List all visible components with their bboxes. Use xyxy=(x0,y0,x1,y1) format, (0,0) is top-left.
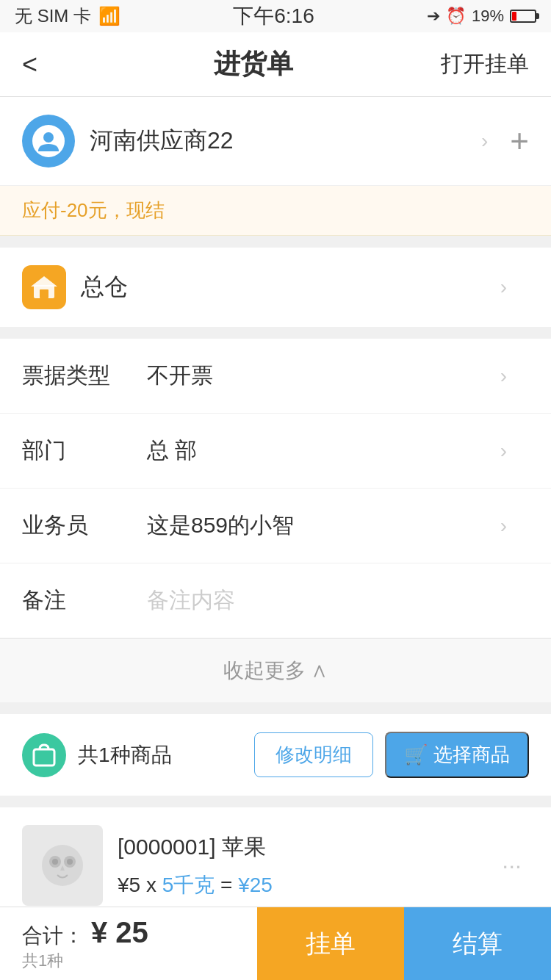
status-right: ➔ ⏰ 19% xyxy=(427,7,536,26)
bottom-bar: 合计： ¥ 25 共1种 挂单 结算 xyxy=(0,907,551,980)
total-price: ¥25 xyxy=(238,873,273,896)
status-left: 无 SIM 卡 📶 xyxy=(15,4,120,28)
supplier-notice: 应付-20元，现结 xyxy=(0,186,551,236)
warehouse-icon xyxy=(22,265,66,309)
remark-row[interactable]: 备注 备注内容 xyxy=(0,563,551,638)
status-time: 下午6:16 xyxy=(233,2,314,30)
warehouse-card[interactable]: 总仓 › xyxy=(0,248,551,327)
svg-rect-3 xyxy=(40,289,48,298)
dept-row[interactable]: 部门 总 部 › xyxy=(0,414,551,489)
warehouse-row[interactable]: 总仓 › xyxy=(0,248,551,327)
shopping-bag-icon xyxy=(31,742,57,768)
staff-chevron-icon: › xyxy=(500,514,507,538)
price-multiply: x xyxy=(146,873,162,896)
svg-point-8 xyxy=(52,859,58,865)
total-row: 合计： ¥ 25 xyxy=(22,916,235,950)
select-product-label: 选择商品 xyxy=(433,742,510,768)
supplier-row[interactable]: 河南供应商22 › + xyxy=(0,97,551,186)
modify-detail-button[interactable]: 修改明细 xyxy=(254,732,373,777)
battery-fill xyxy=(512,12,516,21)
invoice-chevron-icon: › xyxy=(500,364,507,388)
person-icon xyxy=(35,128,62,154)
product-code: [0000001] xyxy=(118,835,215,859)
product-thumbnail xyxy=(22,825,103,906)
products-icon xyxy=(22,733,66,777)
product-price: ¥5 x 5千克 = ¥25 xyxy=(118,871,480,899)
main-content: 河南供应商22 › + 应付-20元，现结 总仓 › 票据类型 不开票 › xyxy=(0,97,551,980)
price-value: ¥5 xyxy=(118,873,140,896)
dept-value: 总 部 xyxy=(125,436,500,466)
pending-button[interactable]: 挂单 xyxy=(257,907,404,980)
alarm-icon: ⏰ xyxy=(446,7,466,26)
dept-chevron-icon: › xyxy=(500,439,507,463)
collapse-row[interactable]: 收起更多 ∧ xyxy=(0,638,551,702)
product-more-button[interactable]: ··· xyxy=(494,845,529,887)
house-icon xyxy=(30,273,58,301)
page-title: 进货单 xyxy=(214,46,293,82)
product-title: 苹果 xyxy=(222,835,266,859)
dept-label: 部门 xyxy=(22,436,125,466)
svg-marker-2 xyxy=(31,276,57,287)
add-button[interactable]: + xyxy=(510,123,529,159)
location-icon: ➔ xyxy=(427,7,440,26)
total-section: 合计： ¥ 25 共1种 xyxy=(0,907,257,980)
products-count: 共1种商品 xyxy=(78,741,242,769)
checkout-button[interactable]: 结算 xyxy=(404,907,551,980)
back-button[interactable]: < xyxy=(22,49,66,80)
svg-point-9 xyxy=(67,859,73,865)
staff-row[interactable]: 业务员 这是859的小智 › xyxy=(0,489,551,563)
warehouse-name: 总仓 xyxy=(81,271,500,303)
carrier-text: 无 SIM 卡 xyxy=(15,4,91,28)
product-info: [0000001] 苹果 ¥5 x 5千克 = ¥25 xyxy=(118,832,480,899)
collapse-label: 收起更多 ∧ xyxy=(223,659,328,682)
owl-icon xyxy=(37,840,88,891)
supplier-avatar xyxy=(22,115,75,167)
product-thumb-icon xyxy=(33,836,92,895)
product-name: [0000001] 苹果 xyxy=(118,832,480,862)
wifi-icon: 📶 xyxy=(98,6,120,26)
warehouse-chevron-icon: › xyxy=(500,275,507,299)
total-count: 共1种 xyxy=(22,950,235,972)
svg-rect-4 xyxy=(34,749,54,765)
svg-point-0 xyxy=(43,132,54,143)
remark-label: 备注 xyxy=(22,586,125,616)
remark-input[interactable]: 备注内容 xyxy=(125,586,529,616)
price-equals: = xyxy=(220,873,238,896)
select-product-button[interactable]: 🛒 选择商品 xyxy=(385,732,529,778)
nav-bar: < 进货单 打开挂单 xyxy=(0,32,551,97)
invoice-type-value: 不开票 xyxy=(125,361,500,391)
supplier-card: 河南供应商22 › + 应付-20元，现结 xyxy=(0,97,551,236)
form-card: 票据类型 不开票 › 部门 总 部 › 业务员 这是859的小智 › 备注 备注… xyxy=(0,339,551,702)
quantity-value: 5千克 xyxy=(162,873,215,896)
supplier-chevron-icon: › xyxy=(481,129,488,153)
invoice-type-row[interactable]: 票据类型 不开票 › xyxy=(0,339,551,414)
staff-value: 这是859的小智 xyxy=(125,511,500,541)
total-label: 合计： xyxy=(22,922,84,950)
battery-icon xyxy=(510,10,536,23)
total-amount: ¥ 25 xyxy=(91,916,148,949)
battery-percent: 19% xyxy=(472,7,504,26)
supplier-name: 河南供应商22 xyxy=(90,125,481,157)
invoice-type-label: 票据类型 xyxy=(22,361,125,391)
open-pending-button[interactable]: 打开挂单 xyxy=(441,49,529,79)
products-header: 共1种商品 修改明细 🛒 选择商品 xyxy=(0,714,551,796)
status-bar: 无 SIM 卡 📶 下午6:16 ➔ ⏰ 19% xyxy=(0,0,551,32)
products-section: 共1种商品 修改明细 🛒 选择商品 xyxy=(0,714,551,796)
supplier-avatar-icon xyxy=(32,125,65,157)
select-product-icon: 🛒 xyxy=(404,743,428,766)
staff-label: 业务员 xyxy=(22,511,125,541)
